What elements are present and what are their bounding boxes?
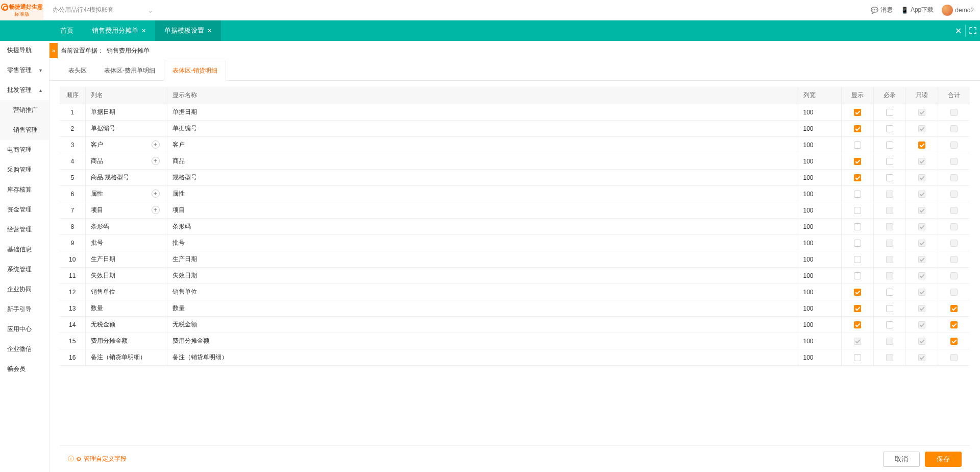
close-icon[interactable]: ✕ bbox=[207, 28, 212, 34]
tab-template-settings[interactable]: 单据模板设置✕ bbox=[155, 20, 221, 41]
tab-bar: 首页 销售费用分摊单✕ 单据模板设置✕ ✕ bbox=[0, 20, 980, 41]
brand-icon bbox=[1, 4, 8, 11]
account-set-selector[interactable]: 办公用品行业模拟账套 ⌄ bbox=[53, 6, 154, 14]
tab-label: 单据模板设置 bbox=[164, 26, 204, 35]
user-name: demo2 bbox=[955, 7, 974, 14]
close-all-tabs-button[interactable]: ✕ bbox=[951, 20, 965, 41]
messages-label: 消息 bbox=[880, 6, 893, 14]
top-right-tools: 💬 消息 📱 App下载 demo2 bbox=[871, 5, 974, 16]
app-download-button[interactable]: 📱 App下载 bbox=[901, 6, 934, 14]
message-icon: 💬 bbox=[871, 7, 878, 14]
tab-home[interactable]: 首页 bbox=[51, 20, 83, 41]
brand-logo: 畅捷通好生意 标准版 bbox=[0, 0, 43, 20]
avatar bbox=[942, 5, 953, 16]
user-menu[interactable]: demo2 bbox=[942, 5, 974, 16]
top-header: 畅捷通好生意 标准版 办公用品行业模拟账套 ⌄ 💬 消息 📱 App下载 dem… bbox=[0, 0, 980, 20]
brand-title: 畅捷通好生意 bbox=[9, 3, 43, 11]
tab-label: 首页 bbox=[60, 26, 74, 35]
fullscreen-icon bbox=[969, 27, 976, 34]
account-set-name: 办公用品行业模拟账套 bbox=[53, 6, 114, 14]
phone-icon: 📱 bbox=[901, 7, 909, 14]
close-icon[interactable]: ✕ bbox=[141, 28, 146, 34]
tab-label: 销售费用分摊单 bbox=[92, 26, 138, 35]
tab-sales-cost-allot[interactable]: 销售费用分摊单✕ bbox=[83, 20, 155, 41]
chevron-down-icon: ⌄ bbox=[148, 6, 154, 14]
messages-button[interactable]: 💬 消息 bbox=[871, 6, 893, 14]
brand-subtitle: 标准版 bbox=[14, 11, 30, 18]
fullscreen-button[interactable] bbox=[966, 20, 980, 41]
app-download-label: App下载 bbox=[911, 6, 934, 14]
